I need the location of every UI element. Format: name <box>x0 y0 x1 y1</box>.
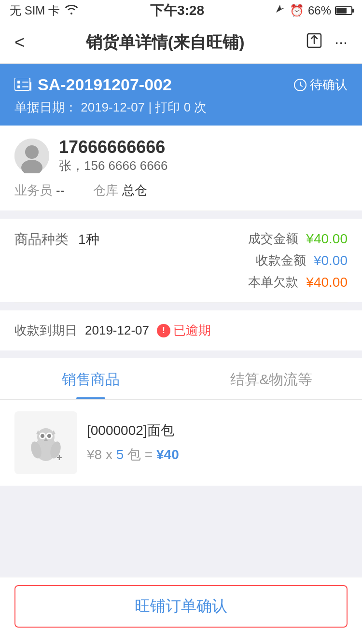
svg-rect-4 <box>17 81 20 84</box>
order-date-row: 单据日期： 2019-12-07 | 打印 0 次 <box>14 99 348 116</box>
order-header: SA-20191207-002 待确认 单据日期： 2019-12-07 | 打… <box>0 64 362 126</box>
clock-icon <box>293 78 307 92</box>
product-code: [0000002] <box>87 423 147 438</box>
status-right: ⏰ 66% <box>276 4 352 17</box>
product-name: [0000002]面包 <box>87 421 348 440</box>
svg-point-11 <box>25 145 39 159</box>
product-info: [0000002]面包 ¥8 x 5 包 = ¥40 <box>87 421 348 464</box>
print-info: | 打印 0 次 <box>148 100 207 114</box>
due-date-value: 2019-12-07 <box>85 323 149 338</box>
salesman-field: 业务员 -- <box>14 182 64 199</box>
status-time: 下午3:28 <box>150 1 204 20</box>
svg-point-18 <box>41 434 44 438</box>
carrier-label: 无 SIM 卡 <box>10 3 60 18</box>
salesman-value: -- <box>56 183 64 198</box>
received-amount-value: ¥0.00 <box>314 253 348 268</box>
due-section: 收款到期日 2019-12-07 ! 已逾期 <box>0 310 362 350</box>
battery-label: 66% <box>308 4 331 17</box>
wifi-icon <box>65 4 78 17</box>
nav-actions: ··· <box>306 32 348 53</box>
stats-left: 商品种类 1种 <box>14 230 99 249</box>
confirm-button[interactable]: 旺铺订单确认 <box>14 585 348 628</box>
bottom-bar: 旺铺订单确认 <box>0 577 362 644</box>
product-price-row: ¥8 x 5 包 = ¥40 <box>87 446 348 464</box>
salesman-label: 业务员 <box>14 182 52 199</box>
product-price: ¥8 <box>87 447 102 462</box>
due-date-label: 收款到期日 <box>14 322 77 339</box>
tab-sales[interactable]: 销售商品 <box>0 358 181 399</box>
order-date: 2019-12-07 <box>81 100 145 114</box>
share-icon[interactable] <box>306 32 323 53</box>
empty-area <box>0 486 362 573</box>
avatar <box>14 139 49 173</box>
customer-info: 17666666666 张，156 6666 6666 <box>59 137 168 174</box>
svg-rect-3 <box>14 78 30 90</box>
battery-icon <box>335 6 352 15</box>
category-value: 1种 <box>78 230 99 249</box>
more-icon[interactable]: ··· <box>334 33 348 51</box>
customer-phone: 17666666666 <box>59 137 168 157</box>
svg-text:+: + <box>56 452 62 463</box>
warehouse-value: 总仓 <box>122 182 147 199</box>
tabs-row: 销售商品 结算&物流等 <box>0 358 362 400</box>
tabs-section: 销售商品 结算&物流等 <box>0 358 362 486</box>
product-qty: 5 <box>116 447 124 462</box>
order-icon <box>14 78 32 92</box>
product-image: + <box>22 419 70 467</box>
product-title: 面包 <box>147 423 174 438</box>
warehouse-label: 仓库 <box>93 182 118 199</box>
svg-point-19 <box>47 434 51 438</box>
overdue-text: 已逾期 <box>173 322 211 339</box>
page-title: 销货单详情(来自旺铺) <box>86 31 245 54</box>
owed-amount-label: 本单欠款 <box>248 274 298 291</box>
product-unit: 包 <box>127 447 141 462</box>
svg-marker-0 <box>276 5 285 13</box>
owed-amount-row: 本单欠款 ¥40.00 <box>248 274 348 291</box>
stats-right: 成交金额 ¥40.00 收款金额 ¥0.00 本单欠款 ¥40.00 <box>248 230 348 291</box>
customer-fields: 业务员 -- 仓库 总仓 <box>14 182 348 199</box>
product-total: ¥40 <box>156 447 179 462</box>
stats-section: 商品种类 1种 成交金额 ¥40.00 收款金额 ¥0.00 本单欠款 ¥40.… <box>0 219 362 302</box>
location-icon <box>276 4 286 17</box>
warehouse-field: 仓库 总仓 <box>93 182 147 199</box>
overdue-icon: ! <box>157 324 170 337</box>
product-thumbnail: + <box>14 411 77 474</box>
date-label: 单据日期： <box>14 100 77 114</box>
back-button[interactable]: < <box>14 32 25 53</box>
customer-name: 张，156 6666 6666 <box>59 157 168 174</box>
order-status: 待确认 <box>293 76 348 93</box>
owed-amount-value: ¥40.00 <box>306 275 348 290</box>
multiply-sign: x <box>106 447 116 462</box>
received-amount-label: 收款金额 <box>256 252 306 269</box>
received-amount-row: 收款金额 ¥0.00 <box>256 252 348 269</box>
product-section: + [0000002]面包 ¥8 x 5 包 = ¥40 <box>0 400 362 486</box>
divider-2 <box>14 302 348 303</box>
deal-amount-row: 成交金额 ¥40.00 <box>248 230 348 247</box>
status-text: 待确认 <box>310 76 348 93</box>
order-id: SA-20191207-002 <box>14 75 172 94</box>
status-bar: 无 SIM 卡 下午3:28 ⏰ 66% <box>0 0 362 21</box>
divider-1 <box>14 210 348 211</box>
alarm-icon: ⏰ <box>290 4 304 17</box>
overdue-badge: ! 已逾期 <box>157 322 211 339</box>
tab-settlement[interactable]: 结算&物流等 <box>181 358 362 399</box>
status-left: 无 SIM 卡 <box>10 3 78 18</box>
deal-amount-value: ¥40.00 <box>306 231 348 247</box>
deal-amount-label: 成交金额 <box>248 230 298 247</box>
svg-rect-5 <box>17 85 20 88</box>
customer-section: 17666666666 张，156 6666 6666 业务员 -- 仓库 总仓 <box>0 126 362 210</box>
product-item: + [0000002]面包 ¥8 x 5 包 = ¥40 <box>14 411 348 474</box>
nav-bar: < 销货单详情(来自旺铺) ··· <box>0 21 362 64</box>
equals-sign: = <box>145 447 156 462</box>
category-label: 商品种类 <box>14 230 69 249</box>
